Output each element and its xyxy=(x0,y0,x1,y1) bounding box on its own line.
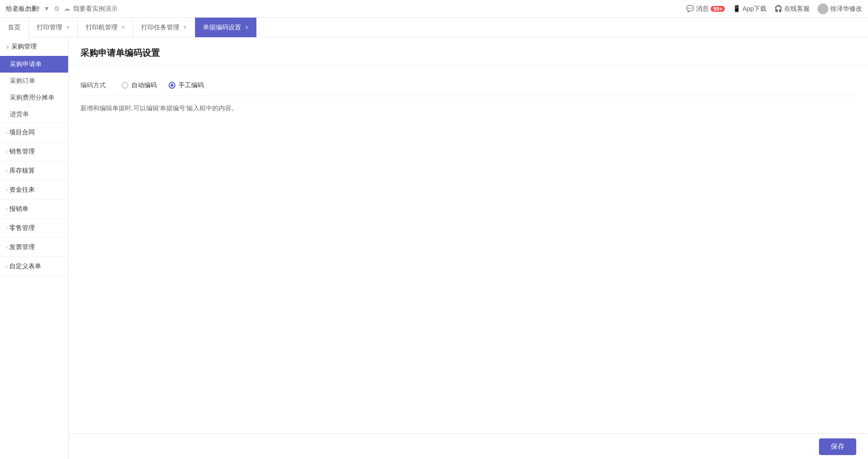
tab-label-home: 首页 xyxy=(8,23,21,32)
tab-printer-mgmt[interactable]: 打印机管理× xyxy=(78,18,133,37)
auto-code-option[interactable]: 自动编码 xyxy=(122,81,157,90)
manual-code-option[interactable]: 手工编码 xyxy=(169,81,204,90)
user-name: 徐泽华修改 xyxy=(830,4,862,13)
dropdown-icon[interactable]: ▼ xyxy=(44,5,50,12)
tab-print-mgmt[interactable]: 打印管理× xyxy=(29,18,78,37)
sidebar-group-label-returns: 报销单 xyxy=(9,204,28,213)
layout: ∨采购管理采购申请单采购订单采购费用分摊单进货单›项目合同›销售管理›库存核算›… xyxy=(0,37,868,459)
sidebar-group-label-project-contract: 项目合同 xyxy=(9,128,35,137)
tab-home[interactable]: 首页 xyxy=(0,18,29,37)
customer-service-label: 在线客服 xyxy=(784,4,810,13)
sidebar-group-label-invoice: 发票管理 xyxy=(9,243,35,252)
sidebar-group-title-custom-form[interactable]: ›自定义表单 xyxy=(0,257,68,276)
chevron-icon-sales: › xyxy=(6,149,7,154)
encoding-row: 编码方式 自动编码 手工编码 xyxy=(80,75,856,96)
top-bar: 给老板勿删! ▼ ⚙ ☁ 我要看实例演示 💬 消息 99+ 📱 App下载 🎧 … xyxy=(0,0,868,18)
sidebar-group-funds: ›资金往来 xyxy=(0,180,68,200)
auto-code-radio[interactable] xyxy=(122,82,128,89)
page-title: 采购申请单编码设置 xyxy=(80,47,856,59)
tab-label-order-code: 单据编码设置 xyxy=(203,23,241,32)
user-menu[interactable]: 徐泽华修改 xyxy=(818,3,862,14)
main-content: 采购申请单编码设置 编码方式 自动编码 手工编码 新增和编辑单据时,可以编辑'单… xyxy=(69,37,868,459)
tab-print-task[interactable]: 打印任务管理× xyxy=(133,18,195,37)
tab-label-printer-mgmt: 打印机管理 xyxy=(86,23,118,32)
message-button[interactable]: 💬 消息 99+ xyxy=(686,4,725,13)
tab-label-print-mgmt: 打印管理 xyxy=(37,23,62,32)
top-bar-left: 给老板勿删! ▼ ⚙ ☁ 我要看实例演示 xyxy=(6,4,118,13)
sidebar-group-label-inventory: 库存核算 xyxy=(9,166,35,175)
sidebar-group-title-returns[interactable]: ›报销单 xyxy=(0,200,68,218)
manual-code-label: 手工编码 xyxy=(178,81,204,90)
sidebar-item-purchase-expense[interactable]: 采购费用分摊单 xyxy=(0,89,68,106)
chevron-icon-project-contract: › xyxy=(6,130,7,135)
sidebar-item-incoming[interactable]: 进货单 xyxy=(0,106,68,123)
sidebar-group-project-contract: ›项目合同 xyxy=(0,123,68,142)
sidebar-group-invoice: ›发票管理 xyxy=(0,238,68,257)
message-icon: 💬 xyxy=(686,5,694,12)
sidebar-group-title-purchase[interactable]: ∨采购管理 xyxy=(0,37,68,56)
chevron-icon-invoice: › xyxy=(6,245,7,250)
content-area: 编码方式 自动编码 手工编码 新增和编辑单据时,可以编辑'单据编号'输入框中的内… xyxy=(69,65,868,434)
tab-close-print-mgmt[interactable]: × xyxy=(66,24,70,31)
cloud-icon: ☁ xyxy=(64,5,70,12)
customer-service-button[interactable]: 🎧 在线客服 xyxy=(774,4,810,13)
footer-bar: 保存 xyxy=(69,434,868,459)
sidebar-group-retail: ›零售管理 xyxy=(0,219,68,238)
hint-text: 新增和编辑单据时,可以编辑'单据编号'输入框中的内容。 xyxy=(80,104,856,113)
sidebar-item-purchase-order[interactable]: 采购订单 xyxy=(0,73,68,89)
message-badge: 99+ xyxy=(711,6,725,12)
chevron-icon-inventory: › xyxy=(6,168,7,174)
headset-icon: 🎧 xyxy=(774,5,782,12)
tab-bar: 首页打印管理×打印机管理×打印任务管理×单据编码设置× xyxy=(0,18,868,37)
tab-order-code[interactable]: 单据编码设置× xyxy=(195,18,257,37)
sidebar-group-title-invoice[interactable]: ›发票管理 xyxy=(0,238,68,256)
sidebar-group-sales: ›销售管理 xyxy=(0,142,68,161)
app-download-label: App下载 xyxy=(743,4,767,13)
sidebar-group-title-funds[interactable]: ›资金往来 xyxy=(0,180,68,199)
tab-close-printer-mgmt[interactable]: × xyxy=(122,24,125,31)
tab-close-order-code[interactable]: × xyxy=(245,24,248,31)
tab-close-print-task[interactable]: × xyxy=(183,24,187,31)
sidebar-group-label-custom-form: 自定义表单 xyxy=(9,262,41,271)
sidebar-group-purchase: ∨采购管理采购申请单采购订单采购费用分摊单进货单 xyxy=(0,37,68,123)
app-download-button[interactable]: 📱 App下载 xyxy=(733,4,767,13)
sidebar-group-title-retail[interactable]: ›零售管理 xyxy=(0,219,68,237)
encoding-label: 编码方式 xyxy=(80,81,110,90)
chevron-icon-purchase: ∨ xyxy=(6,44,9,50)
avatar xyxy=(818,3,828,14)
sidebar-group-custom-form: ›自定义表单 xyxy=(0,257,68,276)
sidebar-group-title-inventory[interactable]: ›库存核算 xyxy=(0,161,68,180)
top-bar-right: 💬 消息 99+ 📱 App下载 🎧 在线客服 徐泽华修改 xyxy=(686,3,862,14)
chevron-icon-retail: › xyxy=(6,226,7,231)
message-label: 消息 xyxy=(696,4,709,13)
sidebar-group-label-sales: 销售管理 xyxy=(9,147,35,156)
sidebar-group-inventory: ›库存核算 xyxy=(0,161,68,180)
save-button[interactable]: 保存 xyxy=(819,438,856,455)
sidebar: ∨采购管理采购申请单采购订单采购费用分摊单进货单›项目合同›销售管理›库存核算›… xyxy=(0,37,69,459)
page-header: 采购申请单编码设置 xyxy=(69,37,868,65)
sidebar-group-title-project-contract[interactable]: ›项目合同 xyxy=(0,123,68,142)
auto-code-label: 自动编码 xyxy=(131,81,157,90)
search-area: ☁ 我要看实例演示 xyxy=(64,4,118,13)
sidebar-group-label-purchase: 采购管理 xyxy=(11,42,37,51)
sidebar-item-purchase-request[interactable]: 采购申请单 xyxy=(0,56,68,73)
top-bar-icons: ▼ ⚙ xyxy=(44,5,60,12)
manual-code-radio[interactable] xyxy=(169,82,175,89)
chevron-icon-custom-form: › xyxy=(6,264,7,269)
sidebar-group-title-sales[interactable]: ›销售管理 xyxy=(0,142,68,161)
sidebar-group-label-funds: 资金往来 xyxy=(9,185,35,194)
phone-icon: 📱 xyxy=(733,5,741,12)
settings-icon[interactable]: ⚙ xyxy=(54,5,60,12)
tab-label-print-task: 打印任务管理 xyxy=(141,23,179,32)
sidebar-group-label-retail: 零售管理 xyxy=(9,224,35,232)
sidebar-group-returns: ›报销单 xyxy=(0,200,68,219)
app-title: 给老板勿删! xyxy=(6,4,40,13)
chevron-icon-funds: › xyxy=(6,187,7,193)
search-text[interactable]: 我要看实例演示 xyxy=(73,4,118,13)
chevron-icon-returns: › xyxy=(6,206,7,212)
